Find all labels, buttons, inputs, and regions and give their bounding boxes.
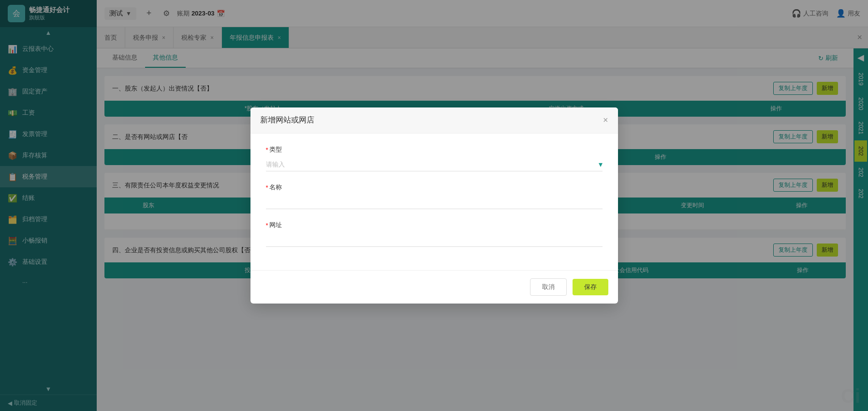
type-input[interactable] <box>266 158 599 171</box>
url-input[interactable] <box>266 233 603 247</box>
modal-footer: 取消 保存 <box>250 270 618 304</box>
add-website-modal: 新增网站或网店 × * 类型 ▾ * 名称 <box>250 107 618 304</box>
form-label-type: * 类型 <box>266 145 603 154</box>
name-input[interactable] <box>266 196 603 209</box>
modal-title: 新增网站或网店 <box>260 115 314 125</box>
modal-overlay[interactable]: 新增网站或网店 × * 类型 ▾ * 名称 <box>0 0 868 411</box>
form-item-url: * 网址 <box>266 221 603 247</box>
form-item-type: * 类型 ▾ <box>266 145 603 171</box>
save-button[interactable]: 保存 <box>573 279 608 295</box>
type-select-wrapper: ▾ <box>266 158 603 171</box>
form-label-name: * 名称 <box>266 183 603 192</box>
cancel-button[interactable]: 取消 <box>530 278 567 296</box>
modal-header: 新增网站或网店 × <box>250 107 618 134</box>
modal-body: * 类型 ▾ * 名称 * 网址 <box>250 134 618 270</box>
form-label-url: * 网址 <box>266 221 603 229</box>
modal-close-button[interactable]: × <box>603 115 608 125</box>
form-item-name: * 名称 <box>266 183 603 209</box>
type-dropdown-icon[interactable]: ▾ <box>599 160 603 169</box>
